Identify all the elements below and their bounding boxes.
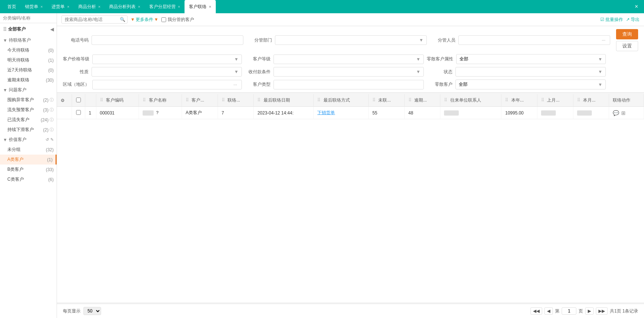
value-group-refresh-icon[interactable]: ↺ [46, 137, 49, 142]
customer-table: ⚙ ⠿ 客户编码 ⠿ 客户名称 [57, 94, 644, 119]
th-last-month[interactable]: ⠿ 上月... [537, 94, 573, 107]
export-btn[interactable]: ↗ 导出 [626, 17, 640, 23]
close-tab-purchase[interactable]: × [67, 4, 69, 9]
close-tab-product-list[interactable]: × [138, 4, 140, 9]
first-page-btn[interactable]: ◀◀ [530, 307, 542, 315]
sidebar-item-churn-warning[interactable]: 流失预警客户 (3) ⓘ [0, 105, 57, 115]
top-nav: 首页 销货单 × 进货单 × 商品分析 × 商品分析列表 × 客户分层经营 × … [0, 0, 644, 13]
group-problem-customers[interactable]: ▼ 问题客户 [0, 85, 57, 95]
sidebar-item-churned[interactable]: 已流失客户 (24) ⓘ [0, 115, 57, 125]
advanced-filter: 电话号码 分管部门 ▼ 分管人员 ··· 查询 [57, 26, 644, 93]
tab-purchase-order[interactable]: 进货单 × [47, 0, 74, 13]
manager-select[interactable]: ··· [458, 35, 610, 45]
dept-select[interactable]: ▼ [275, 35, 427, 45]
sidebar-item-declining[interactable]: 持续下滑客户 (2) ⓘ [0, 125, 57, 135]
next-page-btn[interactable]: ▶ [585, 307, 594, 315]
th-checkbox [72, 94, 85, 107]
filter-dept: 分管部门 ▼ [246, 35, 427, 45]
th-contact-person[interactable]: ⠿ 往来单位联系人 [440, 94, 501, 107]
tab-sales-order[interactable]: 销货单 × [21, 0, 47, 13]
customer-type-select[interactable] [273, 80, 424, 89]
dept-arrow: ▼ [419, 38, 423, 43]
last-page-btn[interactable]: ▶▶ [596, 307, 608, 315]
search-btn[interactable]: 查询 [616, 29, 638, 39]
close-tab-contact[interactable]: × [209, 4, 211, 9]
nature-select[interactable]: ▼ [92, 67, 242, 77]
td-empty [57, 107, 72, 119]
th-settings[interactable]: ⚙ [57, 94, 72, 107]
phone-input[interactable] [92, 35, 243, 45]
retail-customer-select[interactable]: 全部 ▼ [455, 80, 606, 89]
settings-btn[interactable]: 设置 [616, 41, 638, 51]
sidebar-item-tomorrow-contact[interactable]: 明天待联络 (1) [0, 55, 57, 65]
export-icon: ↗ [626, 17, 630, 22]
manager-dots[interactable]: ··· [600, 38, 607, 43]
price-level-select[interactable]: ▼ [92, 54, 242, 64]
tab-product-analysis[interactable]: 商品分析 × [74, 0, 105, 13]
sidebar-item-overdue-contact[interactable]: 逾期未联络 (30) [0, 75, 57, 85]
sidebar-collapse-icon[interactable]: ◀ [50, 27, 54, 32]
th-contact-action[interactable]: 联络动作 [609, 94, 644, 107]
tab-home[interactable]: 首页 [3, 0, 21, 13]
main-search-icon[interactable]: 🔍 [120, 17, 125, 22]
th-overdue[interactable]: ⠿ 逾期... [404, 94, 440, 107]
close-tab-sales-order[interactable]: × [40, 4, 43, 9]
close-tab-segment[interactable]: × [178, 4, 180, 9]
group-pending-arrow: ▼ [3, 38, 7, 43]
pagination-right: ◀◀ ◀ 第 页 ▶ ▶▶ 共1页 1条记录 [530, 307, 638, 315]
sidebar-search-input[interactable] [3, 15, 57, 21]
my-customers-checkbox[interactable] [161, 17, 166, 22]
value-group-edit-icon[interactable]: ✎ [50, 137, 54, 142]
th-this-month[interactable]: ⠿ 本月... [573, 94, 609, 107]
th-last-contact-date[interactable]: ⠿ 最后联络日期 [254, 94, 314, 107]
sidebar-item-unclassified[interactable]: 未分组 (32) [0, 145, 57, 155]
th-not-contacted[interactable]: ⠿ 未联... [369, 94, 405, 107]
td-last-contact-method: 下销货单 [314, 107, 369, 119]
close-tab-product-analysis[interactable]: × [98, 4, 100, 9]
region-select[interactable]: ··· [92, 80, 242, 89]
info-icon-churn-warning: ⓘ [50, 107, 54, 113]
th-last-contact-method[interactable]: ⠿ 最后联络方式 [314, 94, 369, 107]
th-contact-count[interactable]: ⠿ 联络... [218, 94, 254, 107]
row-checkbox[interactable] [76, 110, 81, 115]
sidebar-item-today-contact[interactable]: 今天待联络 (0) [0, 45, 57, 55]
last-month-placeholder [541, 110, 556, 116]
sidebar-item-class-c[interactable]: C类客户 (6) [0, 174, 57, 184]
prev-page-btn[interactable]: ◀ [544, 307, 553, 315]
filter-region: 区域（地区） ··· [63, 80, 242, 89]
filter-retail-attr: 零散客户属性 全部 ▼ [427, 54, 606, 64]
sidebar-item-class-b[interactable]: B类客户 (33) [0, 165, 57, 174]
th-this-year[interactable]: ⠿ 本年... [501, 94, 537, 107]
th-customer-name[interactable]: ⠿ 客户名称 [139, 94, 182, 107]
th-customer-type-col[interactable]: ⠿ 客户... [182, 94, 218, 107]
payment-select[interactable]: ▼ [273, 67, 424, 77]
sidebar-item-class-a[interactable]: A类客户 (1) [0, 155, 57, 165]
page-input[interactable] [562, 307, 576, 315]
main-search-input[interactable] [65, 17, 120, 22]
th-customer-code[interactable]: ⠿ 客户编码 [96, 94, 139, 107]
batch-ops-btn[interactable]: ☑ 批量操作 [600, 17, 623, 23]
page-size-select[interactable]: 50 [83, 307, 101, 315]
table-settings-icon[interactable]: ⚙ [61, 98, 65, 103]
select-all-checkbox[interactable] [76, 98, 81, 102]
sidebar-item-hoarding[interactable]: 囤购异常客户 (2) ⓘ [0, 95, 57, 105]
close-app-button[interactable]: × [632, 3, 641, 10]
status-select[interactable]: ▼ [455, 67, 606, 77]
group-value-customers[interactable]: ▼ 价值客户 ↺ ✎ [0, 135, 57, 145]
row-action-chat-icon[interactable]: 💬 [613, 110, 619, 116]
td-customer-code: 000031 [96, 107, 139, 119]
col-drag-type: ⠿ [186, 98, 189, 103]
retail-attr-select[interactable]: 全部 ▼ [456, 54, 606, 64]
more-conditions-btn[interactable]: ▼ 更多条件 ▼ [130, 17, 158, 23]
tab-product-analysis-list[interactable]: 商品分析列表 × [105, 0, 144, 13]
td-customer-type: A类客户 [182, 107, 218, 119]
row-action-qr-icon[interactable]: ⊞ [621, 110, 626, 116]
region-dots[interactable]: ··· [232, 82, 239, 87]
group-pending-contact[interactable]: ▼ 待联络客户 [0, 35, 57, 45]
customer-level-select[interactable]: ▼ [273, 54, 424, 64]
tab-customer-segment[interactable]: 客户分层经营 × [145, 0, 185, 13]
sidebar-item-7day-contact[interactable]: 近7天待联络 (0) [0, 65, 57, 75]
contact-method-link[interactable]: 下销货单 [317, 110, 335, 115]
col-drag-overdue: ⠿ [408, 98, 412, 103]
tab-customer-contact[interactable]: 客户联络 × [185, 0, 215, 13]
